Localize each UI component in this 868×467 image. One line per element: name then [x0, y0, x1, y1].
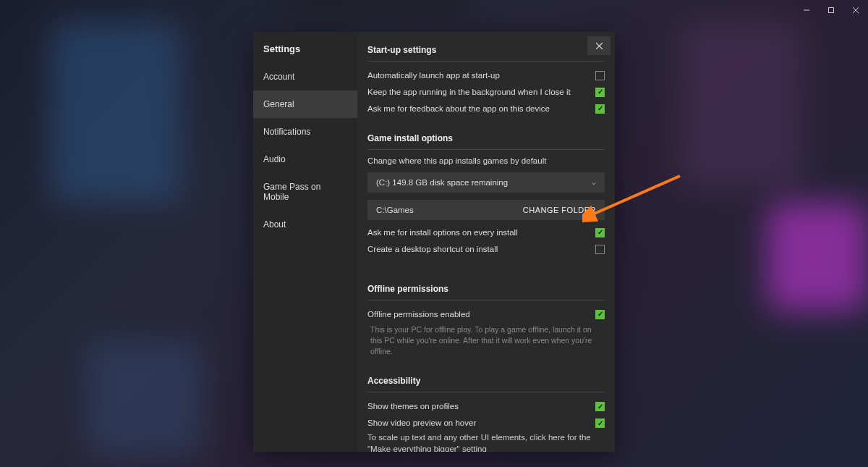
folder-path: C:\Games [376, 206, 414, 214]
settings-dialog: Settings Account General Notifications A… [253, 32, 615, 452]
row-ask-install-options: Ask me for install options on every inst… [367, 224, 605, 241]
checkbox-offline-enabled[interactable]: ✓ [595, 310, 605, 319]
checkbox-desktop-shortcut[interactable] [595, 245, 605, 254]
sidebar-item-about[interactable]: About [253, 211, 357, 238]
check-icon: ✓ [597, 105, 603, 112]
sidebar-item-general[interactable]: General [253, 91, 357, 118]
maximize-button[interactable] [819, 0, 843, 20]
section-accessibility: Accessibility Show themes on profiles ✓ … [357, 373, 615, 452]
label-desktop-shortcut: Create a desktop shortcut on install [367, 244, 595, 255]
label-show-video: Show video preview on hover [367, 418, 595, 429]
checkbox-ask-feedback[interactable]: ✓ [595, 104, 605, 114]
sidebar-item-notifications[interactable]: Notifications [253, 118, 357, 146]
row-show-themes: Show themes on profiles ✓ [367, 398, 605, 415]
section-title-install: Game install options [367, 133, 605, 150]
row-offline-enabled: Offline permissions enabled ✓ [367, 306, 605, 323]
label-ask-feedback: Ask me for feedback about the app on thi… [367, 104, 595, 114]
check-icon: ✓ [597, 420, 603, 427]
checkbox-ask-install-options[interactable]: ✓ [595, 228, 605, 237]
label-auto-launch: Automatically launch app at start-up [367, 70, 595, 81]
row-keep-running: Keep the app running in the background w… [367, 84, 605, 101]
sidebar-item-audio[interactable]: Audio [253, 146, 357, 173]
settings-content: Start-up settings Automatically launch a… [357, 32, 615, 452]
close-dialog-button[interactable] [587, 36, 610, 55]
change-folder-button[interactable]: CHANGE FOLDER [523, 206, 596, 214]
checkbox-keep-running[interactable]: ✓ [595, 88, 605, 97]
checkbox-show-video[interactable]: ✓ [595, 418, 605, 428]
section-title-startup: Start-up settings [367, 45, 605, 62]
folder-row: C:\Games CHANGE FOLDER [367, 200, 605, 220]
settings-sidebar: Settings Account General Notifications A… [253, 32, 357, 452]
close-icon [595, 42, 603, 50]
scale-ui-link[interactable]: To scale up text and any other UI elemen… [367, 432, 605, 452]
drive-dropdown[interactable]: (C:) 149.8 GB disk space remaining ⌵ [367, 172, 605, 193]
check-icon: ✓ [597, 311, 603, 318]
label-change-where: Change where this app installs games by … [367, 156, 605, 172]
label-show-themes: Show themes on profiles [367, 401, 595, 412]
drive-selected: (C:) 149.8 GB disk space remaining [376, 178, 508, 187]
section-title-offline: Offline permissions [367, 284, 605, 300]
row-ask-feedback: Ask me for feedback about the app on thi… [367, 101, 605, 117]
check-icon: ✓ [597, 403, 603, 411]
checkbox-auto-launch[interactable] [595, 71, 605, 80]
row-desktop-shortcut: Create a desktop shortcut on install [367, 241, 605, 258]
dialog-title: Settings [253, 32, 357, 63]
row-auto-launch: Automatically launch app at start-up [367, 67, 605, 84]
svg-rect-1 [829, 8, 834, 13]
check-icon: ✓ [597, 88, 603, 96]
window-titlebar [794, 0, 868, 20]
sidebar-item-account[interactable]: Account [253, 63, 357, 91]
sidebar-item-game-pass-mobile[interactable]: Game Pass on Mobile [253, 173, 357, 211]
section-title-accessibility: Accessibility [367, 376, 605, 392]
section-install: Game install options Change where this a… [357, 130, 615, 264]
label-offline-enabled: Offline permissions enabled [367, 309, 595, 320]
minimize-button[interactable] [794, 0, 819, 20]
label-ask-install-options: Ask me for install options on every inst… [367, 227, 595, 238]
close-window-button[interactable] [843, 0, 868, 20]
row-show-video: Show video preview on hover ✓ [367, 415, 605, 432]
chevron-down-icon: ⌵ [592, 178, 596, 186]
check-icon: ✓ [597, 229, 603, 236]
section-offline: Offline permissions Offline permissions … [357, 281, 615, 366]
label-keep-running: Keep the app running in the background w… [367, 87, 595, 98]
checkbox-show-themes[interactable]: ✓ [595, 402, 605, 411]
offline-help-text: This is your PC for offline play. To pla… [367, 323, 605, 361]
section-startup: Start-up settings Automatically launch a… [357, 42, 615, 123]
